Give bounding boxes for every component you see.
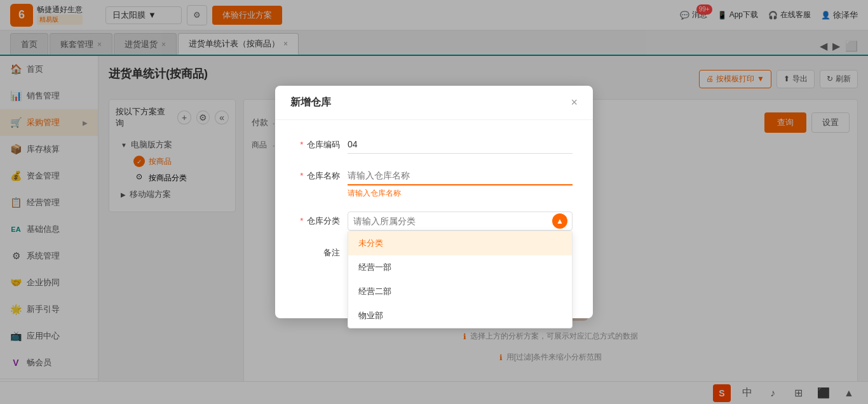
dropdown-item-ops1[interactable]: 经营一部 [348, 255, 572, 279]
modal-header: 新增仓库 × [275, 86, 593, 120]
warehouse-code-field: * 仓库编码 [295, 135, 573, 154]
modal-close-button[interactable]: × [571, 96, 578, 109]
name-error-message: 请输入仓库名称 [348, 188, 573, 199]
dropdown-item-uncategorized[interactable]: 未分类 [348, 231, 572, 255]
note-label: 备注 [295, 243, 340, 259]
modal-body: * 仓库编码 * 仓库名称 请输入仓库名称 * 仓库分类 ▲ [275, 120, 593, 281]
category-input-wrap: ▲ 未分类 经营一部 经营二部 物业部 [348, 212, 573, 231]
code-label: * 仓库编码 [295, 135, 340, 151]
category-input[interactable] [348, 212, 573, 231]
category-label: * 仓库分类 [295, 212, 340, 227]
warehouse-category-field: * 仓库分类 ▲ 未分类 经营一部 经营二部 物业部 [295, 212, 573, 231]
name-input-wrap: 请输入仓库名称 [348, 166, 573, 199]
category-dropdown: 未分类 经营一部 经营二部 物业部 [348, 231, 573, 328]
dropdown-item-property[interactable]: 物业部 [348, 304, 572, 328]
code-input[interactable] [348, 135, 573, 154]
warehouse-name-field: * 仓库名称 请输入仓库名称 [295, 166, 573, 199]
dropdown-item-ops2[interactable]: 经营二部 [348, 279, 572, 304]
name-input[interactable] [348, 166, 573, 185]
add-warehouse-modal: 新增仓库 × * 仓库编码 * 仓库名称 请输入仓库名称 * [275, 86, 593, 318]
name-label: * 仓库名称 [295, 166, 340, 182]
modal-title: 新增仓库 [290, 96, 331, 109]
category-toggle-button[interactable]: ▲ [552, 213, 567, 229]
